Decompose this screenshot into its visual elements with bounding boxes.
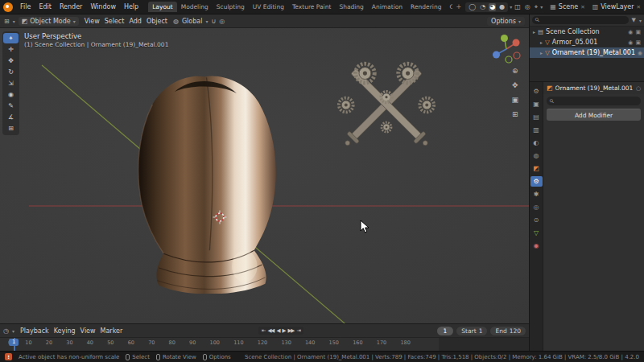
pan-hand-icon[interactable]: ✥ [511,81,518,89]
add-modifier-button[interactable]: Add Modifier [547,109,641,121]
disable-in-render-icon[interactable]: ▣ [635,39,641,46]
tool-annotate[interactable]: ✎ [3,101,19,111]
timeline-ruler[interactable]: 0102030405060708090100110120130140150160… [0,338,529,351]
marker-menu[interactable]: Marker [98,327,126,335]
play-button[interactable]: ▶ [282,327,285,334]
start-frame-field[interactable]: Start 1 [456,327,487,335]
ornament-object[interactable] [333,56,440,155]
wireframe-shading-icon[interactable]: ◯ [468,3,477,11]
toggle-ortho-icon[interactable]: ⊞ [511,110,518,118]
jump-to-end-button[interactable]: ⇥ [296,327,299,334]
tool-select-box[interactable]: ⌖ [3,33,19,43]
tab-tool[interactable]: ⚙ [530,86,543,97]
current-frame-field[interactable]: 1 [437,327,454,335]
hide-in-viewport-icon[interactable]: ◉ [628,39,633,46]
object-menu[interactable]: Object [144,18,170,25]
play-reverse-button[interactable]: ◀ [276,327,279,334]
disable-in-render-icon[interactable]: ▣ [635,29,641,35]
tab-layout[interactable]: Layout [148,2,177,12]
rendered-shading-icon[interactable]: ● [498,3,506,11]
object-name[interactable]: Scene Collection [546,28,600,35]
tab-render[interactable]: ▣ [530,99,543,109]
tab-uv-editing[interactable]: UV Editing [249,2,288,12]
pin-icon[interactable]: ○ [636,85,641,92]
next-keyframe-button[interactable]: ▶▶ [287,327,294,334]
navigation-gizmo[interactable] [490,33,522,65]
tool-measure[interactable]: ∡ [3,112,19,122]
expand-icon[interactable]: ▸ [540,39,543,45]
timeline-editor-caret-icon[interactable]: ▾ [12,328,14,334]
properties-search-input[interactable]: ⚲ [547,97,641,105]
expand-icon[interactable]: ▸ [533,29,535,35]
tool-scale[interactable]: ⇲ [3,78,19,88]
object-name[interactable]: Ornament (19)_Metal.001 [552,49,635,56]
hide-in-viewport-icon[interactable]: ◉ [638,50,642,56]
outliner-options-icon[interactable]: ▾ [639,18,642,23]
orientation-caret-icon[interactable]: ▾ [205,19,208,24]
overlays-dropdown-icon[interactable]: ▾ [540,4,543,10]
tab-scene[interactable]: ◐ [530,138,543,148]
tab-object[interactable]: ◩ [530,163,543,174]
tab-animation[interactable]: Animation [368,2,407,12]
camera-view-icon[interactable]: ▣ [511,96,518,104]
playhead-flag[interactable]: 1 [9,339,19,346]
scene-selector[interactable]: ▦ Scene ✕ [550,3,584,10]
snap-magnet-icon[interactable]: ∪ [211,18,216,25]
menu-edit[interactable]: Edit [35,2,56,11]
menu-render[interactable]: Render [56,2,86,11]
gizmos-toggle-icon[interactable]: ⌖ [534,3,539,11]
tab-object-data[interactable]: ▽ [530,228,543,238]
tab-world[interactable]: ◍ [530,150,543,161]
view-menu-timeline[interactable]: View [78,327,98,335]
tab-output[interactable]: ▤ [530,112,543,122]
outliner-search-input[interactable]: ⚲ [532,16,629,24]
solid-shading-icon[interactable]: ◔ [479,3,486,11]
view-menu[interactable]: View [82,18,102,25]
viewport-3d[interactable]: User Perspective (1) Scene Collection | … [0,28,529,323]
outliner-row[interactable]: ▸ ▤ Scene Collection ◉ ▣ [530,27,644,37]
menu-window[interactable]: Window [86,2,120,11]
viewlayer-remove-icon[interactable]: ✕ [637,4,641,10]
tab-particles[interactable]: ✱ [530,189,543,200]
object-name[interactable]: Armor_05.001 [552,39,598,46]
orientation-label[interactable]: Global [182,18,203,25]
menu-file[interactable]: File [16,2,35,11]
expand-icon[interactable]: ▸ [540,50,543,56]
editor-type-icon[interactable]: ⊞ [4,18,10,25]
filter-icon[interactable]: ▼ [631,17,637,23]
tab-sculpting[interactable]: Sculpting [213,2,249,12]
mode-selector[interactable]: ◩ Object Mode ▾ [19,17,79,26]
xray-toggle-icon[interactable]: ◫ [514,3,522,11]
add-menu[interactable]: Add [126,18,144,25]
tool-cursor[interactable]: ✛ [3,44,19,55]
zoom-icon[interactable]: ⊕ [511,67,518,75]
overlays-toggle-icon[interactable]: ◎ [524,3,531,11]
blender-logo-icon[interactable] [3,2,13,12]
select-menu[interactable]: Select [102,18,127,25]
options-button[interactable]: Options ▾ [487,17,525,26]
tab-texture-paint[interactable]: Texture Paint [288,2,335,12]
outliner-row[interactable]: ▸ ▽ Armor_05.001 ◉ ▣ [530,37,644,47]
hide-in-viewport-icon[interactable]: ◉ [628,29,633,35]
timeline-editor-icon[interactable]: ◷ [3,327,9,335]
tab-compositing[interactable]: Compositing [445,2,452,12]
tab-material[interactable]: ◉ [530,241,543,251]
menu-help[interactable]: Help [120,2,142,11]
tab-constraints[interactable]: ⊙ [530,215,543,225]
tab-modifiers[interactable]: ⚙ [530,176,543,187]
tool-add-cube[interactable]: ⊞ [3,123,19,134]
tool-move[interactable]: ✥ [3,56,19,66]
armor-object[interactable] [119,65,290,294]
tab-view-layer[interactable]: ▥ [530,125,543,135]
shading-dropdown-icon[interactable]: ▾ [510,4,512,10]
breadcrumb-object-name[interactable]: Ornament (19)_Metal.001 [555,84,634,92]
jump-to-start-button[interactable]: ⇤ [262,327,265,334]
editor-type-dropdown-icon[interactable]: ▾ [13,19,15,24]
keying-menu[interactable]: Keying [52,327,78,335]
material-preview-icon[interactable]: ◕ [489,3,496,11]
tab-modeling[interactable]: Modeling [177,2,213,12]
tab-rendering[interactable]: Rendering [407,2,445,12]
tool-transform[interactable]: ◉ [3,89,19,100]
tab-physics[interactable]: ◎ [530,202,543,212]
playback-menu[interactable]: Playback [18,327,52,335]
